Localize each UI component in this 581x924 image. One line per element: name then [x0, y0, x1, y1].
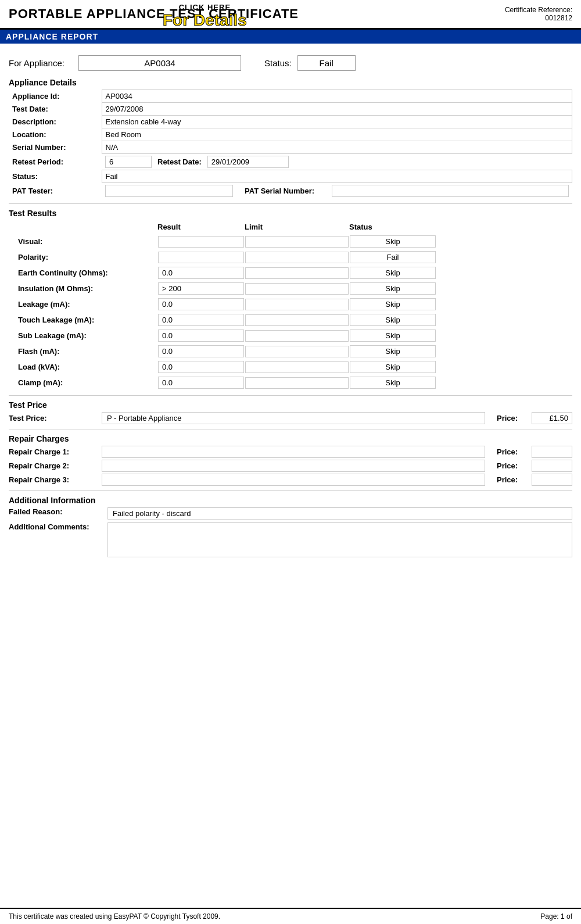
click-here-bottom-text: For Details [163, 12, 247, 30]
test-row-touch-leakage: Touch Leakage (mA): 0.0 Skip [9, 312, 572, 328]
test-status-leakage: Skip [350, 298, 436, 310]
test-price-row: Test Price: P - Portable Appliance Price… [9, 412, 572, 424]
repair-charge-3-label: Repair Charge 3: [9, 475, 96, 484]
repair-charge-1-desc [102, 446, 485, 458]
test-limit-earth-continuity [245, 267, 349, 279]
field-label-status: Status: [9, 170, 102, 183]
test-limit-visual [245, 236, 349, 248]
appliance-details-table: Appliance Id: AP0034 Test Date: 29/07/20… [9, 89, 572, 199]
banner-text: APPLIANCE REPORT [6, 32, 98, 41]
test-label-visual: Visual: [12, 237, 157, 246]
test-result-clamp: 0.0 [158, 377, 244, 389]
test-result-visual [158, 236, 244, 248]
test-result-touch-leakage: 0.0 [158, 314, 244, 326]
main-content: For Appliance: AP0034 Status: Fail Appli… [0, 44, 581, 566]
test-status-clamp: Skip [350, 377, 436, 389]
test-label-flash: Flash (mA): [12, 347, 157, 356]
test-result-earth-continuity: 0.0 [158, 267, 244, 279]
pat-serial-box [332, 185, 569, 197]
test-price-value: £1.50 [532, 412, 572, 424]
appliance-id-box: AP0034 [78, 55, 241, 71]
repair-charge-2-desc [102, 460, 485, 472]
test-row-load: Load (kVA): 0.0 Skip [9, 359, 572, 375]
footer-page: Page: 1 of [540, 912, 572, 921]
table-row: Status: Fail [9, 170, 572, 183]
page-footer: This certificate was created using EasyP… [0, 908, 581, 924]
for-appliance-label: For Appliance: [9, 58, 73, 68]
additional-comments-label: Additional Comments: [9, 522, 102, 531]
table-row: Serial Number: N/A [9, 141, 572, 154]
col-header-test [12, 223, 157, 231]
test-status-touch-leakage: Skip [350, 314, 436, 326]
test-result-load: 0.0 [158, 361, 244, 373]
field-value-status: Fail [102, 170, 572, 183]
divider-3 [9, 429, 572, 429]
field-label-pat-tester: PAT Tester: [9, 183, 102, 199]
test-label-load: Load (kVA): [12, 363, 157, 371]
cert-ref-number: 0012812 [479, 14, 572, 22]
field-value-pat-tester: PAT Serial Number: [102, 183, 572, 199]
field-value-description: Extension cable 4-way [102, 116, 572, 128]
repair-charge-1-row: Repair Charge 1: Price: [9, 446, 572, 458]
test-limit-touch-leakage [245, 314, 349, 326]
test-status-earth-continuity: Skip [350, 267, 436, 279]
table-row: Test Date: 29/07/2008 [9, 103, 572, 116]
col-header-limit: Limit [245, 223, 349, 231]
repair-charge-2-price-label: Price: [497, 461, 526, 470]
page-header: PORTABLE APPLIANCE TEST CERTIFICATE CLIC… [0, 0, 581, 30]
repair-charge-3-price-label: Price: [497, 475, 526, 484]
test-row-sub-leakage: Sub Leakage (mA): 0.0 Skip [9, 328, 572, 343]
repair-charge-3-desc [102, 474, 485, 486]
test-row-polarity: Polarity: Fail [9, 249, 572, 265]
retest-date-label: Retest Date: [157, 157, 202, 166]
field-value-serial-number: N/A [102, 141, 572, 154]
test-price-description: P - Portable Appliance [102, 412, 485, 424]
certificate-reference: Certificate Reference: 0012812 [479, 6, 572, 22]
click-here-overlay[interactable]: CLICK HERE For Details [163, 3, 247, 30]
test-results-header: Result Limit Status [9, 220, 572, 234]
retest-date-box: 29/01/2009 [207, 156, 289, 168]
test-limit-polarity [245, 252, 349, 263]
test-limit-flash [245, 346, 349, 357]
test-result-flash: 0.0 [158, 345, 244, 357]
test-label-leakage: Leakage (mA): [12, 300, 157, 309]
field-label-appliance-id: Appliance Id: [9, 90, 102, 103]
field-label-description: Description: [9, 116, 102, 128]
test-label-sub-leakage: Sub Leakage (mA): [12, 331, 157, 340]
test-status-flash: Skip [350, 345, 436, 357]
col-header-status: Status [349, 223, 436, 231]
table-row: Retest Period: 6 Retest Date: 29/01/2009 [9, 154, 572, 170]
divider-1 [9, 203, 572, 204]
status-value-box: Fail [297, 55, 356, 71]
test-status-polarity: Fail [350, 251, 436, 263]
retest-period-box: 6 [105, 156, 152, 168]
repair-charge-2-label: Repair Charge 2: [9, 461, 96, 470]
repair-charge-3-row: Repair Charge 3: Price: [9, 474, 572, 486]
failed-reason-label: Failed Reason: [9, 507, 102, 516]
table-row: PAT Tester: PAT Serial Number: [9, 183, 572, 199]
test-row-insulation: Insulation (M Ohms): > 200 Skip [9, 281, 572, 296]
test-row-leakage: Leakage (mA): 0.0 Skip [9, 296, 572, 312]
field-value-test-date: 29/07/2008 [102, 103, 572, 116]
test-row-visual: Visual: Skip [9, 234, 572, 249]
repair-charge-2-row: Repair Charge 2: Price: [9, 460, 572, 472]
col-header-result: Result [157, 223, 245, 231]
test-status-insulation: Skip [350, 282, 436, 295]
pat-tester-box [105, 185, 233, 197]
cert-ref-label: Certificate Reference: [479, 6, 572, 14]
divider-4 [9, 490, 572, 491]
title-text: PORTABLE APPLIANCE TEST CERTIFICATE [9, 6, 299, 21]
failed-reason-row: Failed Reason: Failed polarity - discard [9, 507, 572, 520]
status-label: Status: [264, 58, 292, 68]
table-row: Description: Extension cable 4-way [9, 116, 572, 128]
field-value-location: Bed Room [102, 128, 572, 141]
test-label-earth-continuity: Earth Continuity (Ohms): [12, 268, 157, 277]
additional-comments-value [107, 522, 572, 557]
test-limit-sub-leakage [245, 330, 349, 342]
test-result-polarity [158, 252, 244, 263]
test-limit-load [245, 361, 349, 373]
repair-charge-1-label: Repair Charge 1: [9, 447, 96, 456]
additional-info-title: Additional Information [9, 496, 572, 505]
test-result-leakage: 0.0 [158, 298, 244, 310]
test-status-load: Skip [350, 361, 436, 373]
